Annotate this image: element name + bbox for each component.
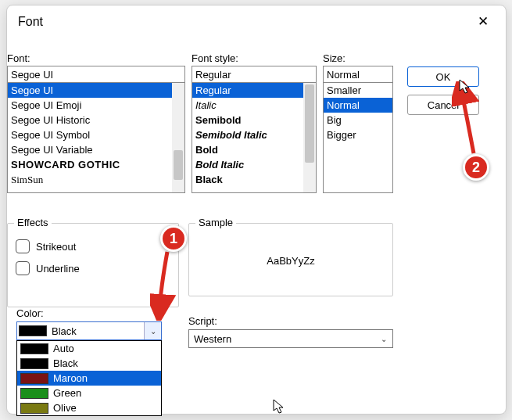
size-item-smaller[interactable]: Smaller	[324, 83, 392, 98]
underline-label: Underline	[36, 263, 80, 275]
font-item-segoe-ui-historic[interactable]: Segoe UI Historic	[8, 113, 184, 127]
cursor-icon	[459, 79, 471, 95]
color-option-olive[interactable]: Olive	[17, 400, 161, 415]
annotation-badge-2: 2	[463, 154, 489, 181]
annotation-arrow-1	[150, 247, 181, 321]
sample-legend: Sample	[195, 217, 236, 228]
style-label: Font style:	[192, 52, 317, 64]
underline-row[interactable]: Underline	[16, 261, 170, 275]
font-item-simsun[interactable]: SimSun	[8, 172, 184, 187]
dialog-title: Font	[18, 15, 43, 29]
style-column: Font style: Regular Italic Semibold Semi…	[192, 52, 317, 193]
style-listbox[interactable]: Regular Italic Semibold Semibold Italic …	[192, 82, 317, 193]
color-combo-swatch	[19, 325, 47, 336]
style-listbox-scrollbar[interactable]	[303, 83, 316, 192]
dialog-content: Font: Segoe UI Segoe UI Emoji Segoe UI H…	[7, 52, 506, 404]
font-column: Font: Segoe UI Segoe UI Emoji Segoe UI H…	[7, 52, 185, 193]
size-item-normal[interactable]: Normal	[324, 98, 392, 113]
strikeout-label: Strikeout	[36, 241, 76, 253]
font-input[interactable]	[7, 66, 185, 83]
title-bar: Font ✕	[7, 5, 506, 36]
script-label: Script:	[188, 315, 217, 327]
style-item-semibold[interactable]: Semibold	[192, 113, 316, 127]
color-combo-label: Black	[52, 325, 77, 337]
sample-group: Sample AaBbYyZz	[188, 223, 393, 296]
style-item-black[interactable]: Black	[192, 172, 316, 187]
color-dropdown[interactable]: Auto Black Maroon Green Olive	[16, 340, 162, 416]
font-listbox-scrollbar[interactable]	[172, 83, 184, 192]
underline-checkbox[interactable]	[16, 261, 30, 275]
color-option-black[interactable]: Black	[17, 356, 161, 371]
size-listbox[interactable]: Smaller Normal Big Bigger	[323, 82, 393, 193]
color-label: Color:	[16, 307, 44, 319]
font-item-segoe-ui-symbol[interactable]: Segoe UI Symbol	[8, 127, 184, 142]
font-item-showcard-gothic[interactable]: SHOWCARD GOTHIC	[8, 157, 184, 172]
strikeout-row[interactable]: Strikeout	[16, 239, 170, 253]
size-item-big[interactable]: Big	[324, 113, 392, 127]
font-label: Font:	[7, 52, 185, 64]
sample-text: AaBbYyZz	[197, 232, 385, 290]
color-option-maroon[interactable]: Maroon	[17, 371, 161, 386]
close-icon[interactable]: ✕	[471, 10, 495, 33]
style-item-bold-italic[interactable]: Bold Italic	[192, 157, 316, 172]
font-item-segoe-ui[interactable]: Segoe UI	[8, 83, 184, 98]
chevron-down-icon[interactable]: ⌄	[375, 330, 392, 347]
chevron-down-icon[interactable]: ⌄	[144, 322, 161, 339]
color-option-green[interactable]: Green	[17, 386, 161, 400]
style-item-regular[interactable]: Regular	[192, 83, 316, 98]
style-item-bold[interactable]: Bold	[192, 142, 316, 157]
script-combo-value: Western	[189, 333, 231, 345]
size-column: Size: Smaller Normal Big Bigger	[323, 52, 393, 193]
size-input[interactable]	[323, 66, 393, 83]
style-item-italic[interactable]: Italic	[192, 98, 316, 113]
effects-legend: Effects	[14, 217, 52, 228]
font-listbox[interactable]: Segoe UI Segoe UI Emoji Segoe UI Histori…	[7, 82, 185, 193]
style-item-semibold-italic[interactable]: Semibold Italic	[192, 127, 316, 142]
font-dialog: Font ✕ Font: Segoe UI Segoe UI Emoji Seg…	[6, 5, 507, 415]
size-item-bigger[interactable]: Bigger	[324, 127, 392, 142]
color-option-auto[interactable]: Auto	[17, 341, 161, 356]
script-combo[interactable]: Western ⌄	[188, 329, 393, 348]
color-combo[interactable]: Black ⌄	[16, 321, 162, 340]
font-item-segoe-ui-variable[interactable]: Segoe UI Variable	[8, 142, 184, 157]
size-label: Size:	[323, 52, 393, 64]
annotation-badge-1: 1	[160, 225, 187, 252]
cursor-icon	[273, 399, 285, 415]
strikeout-checkbox[interactable]	[16, 239, 30, 253]
font-item-segoe-ui-emoji[interactable]: Segoe UI Emoji	[8, 98, 184, 113]
style-input[interactable]	[192, 66, 317, 83]
